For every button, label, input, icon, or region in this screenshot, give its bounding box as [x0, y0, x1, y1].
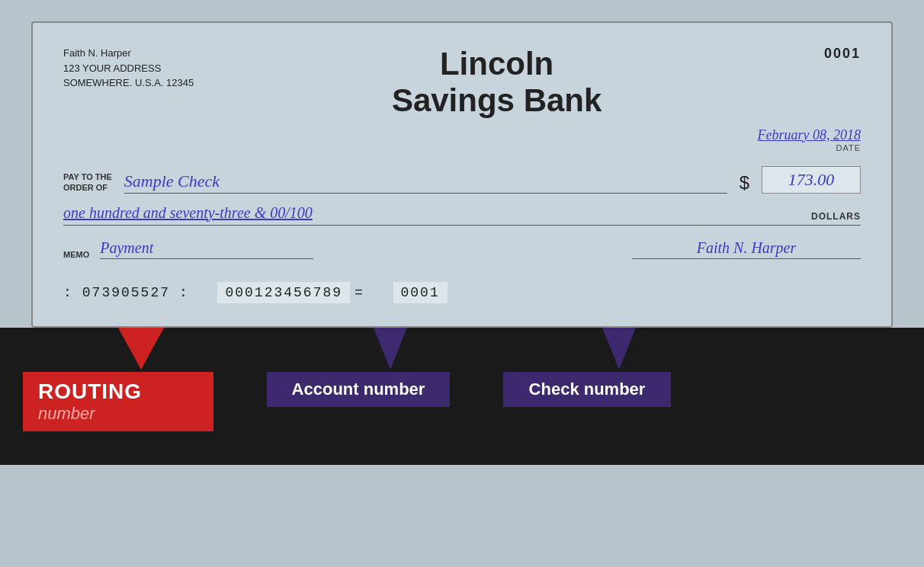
account-arrow	[374, 328, 407, 370]
check-container: Faith N. Harper 123 YOUR ADDRESS SOMEWHE…	[31, 21, 893, 328]
micr-routing: 073905527	[78, 284, 175, 302]
check-label-text: Check number	[525, 380, 650, 399]
page-wrapper: Faith N. Harper 123 YOUR ADDRESS SOMEWHE…	[0, 0, 924, 567]
check-number-top: 0001	[800, 46, 861, 62]
routing-label-bottom: number	[38, 404, 198, 424]
account-label-box: Account number	[267, 372, 450, 407]
signature-line: Faith N. Harper	[632, 239, 861, 259]
pay-to-label: PAY TO THE ORDER OF	[63, 171, 112, 194]
dollar-sign: $	[740, 172, 749, 194]
memo-section: MEMO Payment	[63, 239, 462, 259]
micr-routing-prefix: :	[63, 285, 73, 300]
routing-label-top: ROUTING	[38, 380, 198, 404]
check-pay-row: PAY TO THE ORDER OF Sample Check $ 173.0…	[63, 166, 861, 194]
account-label-text: Account number	[288, 380, 428, 399]
check-written-row: one hundred and seventy-three & 00/100 D…	[63, 204, 861, 226]
check-date-section: February 08, 2018 DATE	[758, 127, 861, 152]
memo-line: Payment	[100, 239, 313, 259]
bank-name: Lincoln Savings Bank	[194, 46, 800, 120]
labels-area: ROUTING number Account number Check numb…	[0, 328, 924, 465]
micr-account: 000123456789	[217, 282, 350, 303]
address-line1: 123 YOUR ADDRESS	[63, 61, 194, 76]
signature-value: Faith N. Harper	[697, 239, 797, 256]
micr-routing-suffix: :	[179, 285, 189, 300]
routing-label-box: ROUTING number	[23, 372, 213, 431]
check-arrow	[602, 328, 636, 370]
check-top: Faith N. Harper 123 YOUR ADDRESS SOMEWHE…	[63, 46, 861, 120]
check-address: Faith N. Harper 123 YOUR ADDRESS SOMEWHE…	[63, 46, 194, 91]
check-memo-row: MEMO Payment Faith N. Harper	[63, 239, 861, 259]
check-date-row: February 08, 2018 DATE	[63, 127, 861, 152]
micr-check: 0001	[393, 282, 448, 303]
address-line2: SOMEWHERE. U.S.A. 12345	[63, 75, 194, 91]
routing-arrow	[118, 328, 164, 370]
dollars-label: DOLLARS	[811, 211, 861, 222]
owner-name: Faith N. Harper	[63, 46, 194, 61]
pay-to-line: Sample Check	[124, 171, 727, 194]
micr-line: : 073905527 : 000123456789 = 0001	[63, 282, 861, 303]
check-label-box: Check number	[503, 372, 671, 407]
memo-value: Payment	[100, 239, 153, 256]
signature-section: Faith N. Harper	[462, 239, 861, 259]
check-date-label: DATE	[758, 143, 861, 152]
amount-box: 173.00	[762, 166, 861, 194]
payee-name: Sample Check	[124, 171, 220, 191]
check-date-value: February 08, 2018	[758, 127, 861, 143]
memo-label: MEMO	[63, 250, 89, 259]
micr-account-separator: =	[355, 285, 364, 300]
written-amount: one hundred and seventy-three & 00/100	[63, 204, 313, 222]
amount-numeric: 173.00	[788, 170, 835, 189]
